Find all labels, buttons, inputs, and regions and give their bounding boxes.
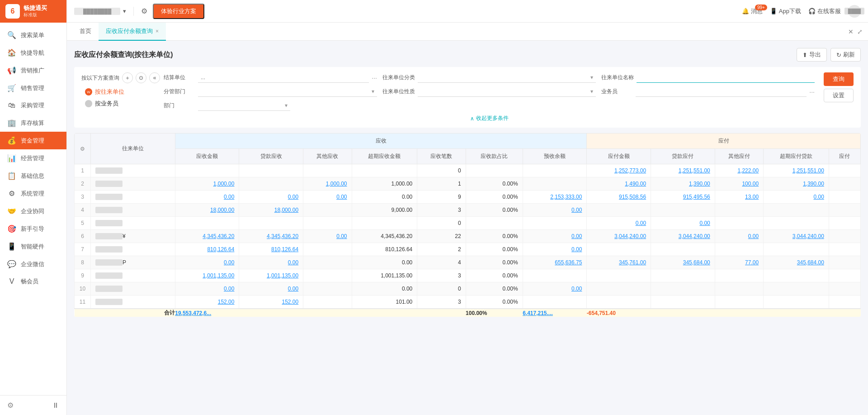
online-service-button[interactable]: 🎧 在线客服 — [808, 7, 841, 15]
sidebar-label-5: 库存核算 — [21, 119, 44, 127]
tab-close-window-icon[interactable]: ✕ — [848, 28, 854, 35]
sidebar-item-销售管理[interactable]: 🛒销售管理 — [0, 79, 66, 97]
refresh-icon: ↻ — [836, 52, 841, 58]
filter-partner-name: 往来单位名称 — [601, 72, 815, 83]
sidebar-label-1: 快捷导航 — [21, 49, 44, 57]
filter-dept: 分管部门 ▾ — [164, 86, 377, 97]
sidebar-item-搜索菜单[interactable]: 🔍搜索菜单 — [0, 26, 66, 44]
row-num: 2 — [75, 177, 91, 191]
action-buttons: 查询 设置 — [824, 72, 854, 102]
sidebar-item-企业微信[interactable]: 💬企业微信 — [0, 255, 66, 273]
company-dropdown-icon[interactable]: ▾ — [123, 8, 126, 14]
export-button[interactable]: ⬆ 导出 — [797, 48, 827, 62]
promo-button[interactable]: 体验行业方案 — [153, 4, 204, 19]
filter-area: 按以下方案查询 ＋ ⊙ « W 按往来单位 — [74, 67, 861, 128]
headset-icon: 🎧 — [808, 8, 816, 14]
payable-group-header: 应付 — [587, 134, 861, 149]
query-button[interactable]: 查询 — [824, 72, 854, 86]
sidebar-label-3: 销售管理 — [21, 84, 44, 92]
dept-select[interactable]: ▾ — [198, 86, 377, 97]
tab-expand-icon[interactable]: ⤢ — [857, 28, 863, 35]
sidebar-item-新手引导[interactable]: 🎯新手引导 — [0, 220, 66, 238]
edit-scheme-btn[interactable]: ⊙ — [136, 72, 146, 83]
partner-category-select[interactable]: ▾ — [418, 72, 596, 83]
scheme-by-partner[interactable]: W 按往来单位 — [81, 86, 160, 98]
setting-button[interactable]: 设置 — [824, 89, 854, 102]
sidebar-item-库存核算[interactable]: 🏢库存核算 — [0, 114, 66, 132]
refresh-button[interactable]: ↻ 刷新 — [830, 48, 861, 62]
add-scheme-btn[interactable]: ＋ — [122, 72, 133, 83]
row-partner — [91, 177, 175, 191]
user-avatar[interactable]: ████ — [848, 5, 861, 18]
settings-col-header[interactable]: ⚙ — [75, 134, 91, 164]
tab-close-icon[interactable]: × — [156, 28, 159, 34]
footer-label: 合计 — [75, 309, 175, 317]
receivable-group-header: 应收 — [175, 134, 587, 149]
header: ████████ ▾ ⚙ 体验行业方案 🔔 消息 99+ 📱 App下载 🎧 在… — [67, 0, 868, 23]
app-download-button[interactable]: 📱 App下载 — [770, 7, 801, 15]
footer-ap-extra — [829, 309, 860, 317]
sidebar-item-快捷导航[interactable]: 🏠快捷导航 — [0, 44, 66, 62]
row-num: 10 — [75, 282, 91, 296]
footer-ar-amount[interactable]: 19,553,472,6... — [175, 309, 239, 317]
collapse-icon[interactable]: ⏸ — [52, 401, 59, 410]
svg-text:W: W — [87, 90, 90, 94]
table-row: 11 152.00 152.00 101.00 3 0.00% — [75, 296, 861, 309]
sidebar-item-营销推广[interactable]: 📢营销推广 — [0, 62, 66, 79]
table-row: 1 0 1,252,773.00 1,251,551.00 1,222.00 1… — [75, 164, 861, 177]
sidebar-item-采购管理[interactable]: 🛍采购管理 — [0, 97, 66, 114]
row-num: 7 — [75, 243, 91, 256]
sidebar-label-14: 畅会员 — [21, 277, 38, 286]
row-num: 11 — [75, 296, 91, 309]
sidebar-item-系统管理[interactable]: ⚙系统管理 — [0, 185, 66, 202]
tab-query[interactable]: 应收应付余额查询 × — [99, 23, 166, 41]
ap-overdue-header: 超期应付贷款 — [764, 149, 829, 164]
row-partner — [91, 269, 175, 282]
department-select[interactable]: ▾ — [198, 100, 290, 111]
sidebar-item-基础信息[interactable]: 📋基础信息 — [0, 167, 66, 185]
salesperson-input[interactable] — [636, 86, 807, 97]
notice-button[interactable]: 🔔 消息 99+ — [742, 7, 763, 15]
logo-icon: 6 — [5, 4, 20, 19]
scheme-by-salesperson[interactable]: 按业务员 — [81, 98, 160, 110]
settlement-unit-input[interactable] — [198, 72, 369, 83]
filter-row-2: 分管部门 ▾ 往来单位性质 ▾ — [164, 86, 815, 97]
collapse-scheme-btn[interactable]: « — [149, 72, 160, 83]
row-partner: ¥ — [91, 230, 175, 243]
sidebar-item-畅会员[interactable]: V畅会员 — [0, 273, 66, 290]
sidebar-label-7: 经营管理 — [21, 154, 44, 162]
main-content: 首页 应收应付余额查询 × ✕ ⤢ 应收应付余额查询(按往来单位) ⬆ 导出 ↻… — [67, 23, 868, 415]
salesperson-more[interactable]: ··· — [809, 88, 815, 95]
sidebar-item-智能硬件[interactable]: 📱智能硬件 — [0, 238, 66, 255]
settings-icon[interactable]: ⚙ — [7, 401, 14, 410]
company-selector[interactable]: ████████ ▾ — [74, 8, 126, 15]
tab-controls: ✕ ⤢ — [848, 28, 863, 35]
tab-home[interactable]: 首页 — [72, 23, 99, 41]
download-icon: 📱 — [770, 8, 777, 14]
collapse-more-btn[interactable]: ∧ 收起更多条件 — [164, 114, 815, 122]
footer-ap-amount: -654,751.40 — [587, 309, 651, 317]
sidebar-label-10: 企业协同 — [21, 207, 44, 215]
table-settings-icon[interactable]: ⚙ — [80, 146, 85, 152]
sidebar-item-企业协同[interactable]: 🤝企业协同 — [0, 202, 66, 220]
header-settings-icon[interactable]: ⚙ — [141, 7, 147, 15]
app-name: 畅捷通买 — [24, 5, 47, 12]
sidebar-icon-10: 🤝 — [7, 207, 16, 215]
settlement-unit-more[interactable]: ··· — [372, 74, 377, 81]
data-table: ⚙ 往来单位 应收 应付 应收金额 贷款应收 其他应收 超期应收金额 应收笔数 … — [74, 133, 861, 317]
sidebar-item-资金管理[interactable]: 💰资金管理 — [0, 132, 66, 149]
sidebar-icon-9: ⚙ — [7, 189, 16, 198]
table-row: 5 0 0.00 0.00 — [75, 217, 861, 230]
row-partner — [91, 164, 175, 177]
bell-icon: 🔔 — [742, 8, 749, 14]
partner-nature-select[interactable]: ▾ — [418, 86, 596, 97]
app-edition: 标准版 — [24, 12, 47, 18]
sidebar-item-经营管理[interactable]: 📊经营管理 — [0, 149, 66, 167]
sidebar: 6 畅捷通买 标准版 🔍搜索菜单🏠快捷导航📢营销推广🛒销售管理🛍采购管理🏢库存核… — [0, 0, 67, 415]
filter-row-1: 结算单位 ··· 往来单位分类 ▾ 往来单位名称 — [164, 72, 815, 83]
footer-ar-prepay[interactable]: 6,417,215.... — [523, 309, 587, 317]
partner-name-input[interactable] — [637, 72, 815, 83]
row-num: 5 — [75, 217, 91, 230]
ap-other-header: 其他应付 — [715, 149, 763, 164]
sidebar-icon-14: V — [7, 277, 16, 286]
